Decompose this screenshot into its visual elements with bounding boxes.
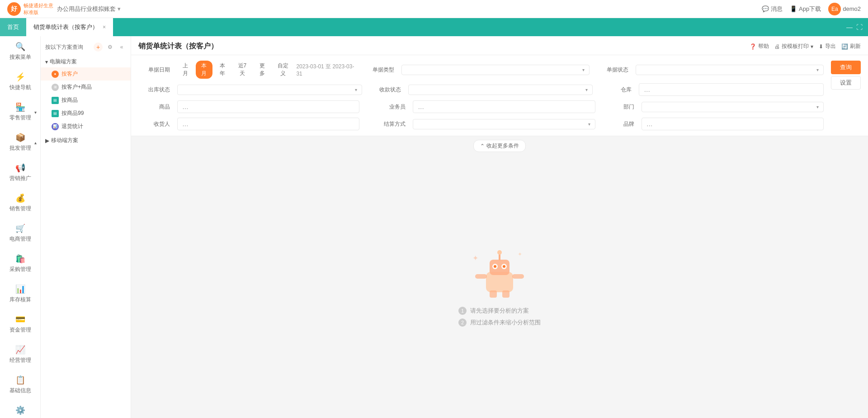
scheme-item-by-product[interactable]: ▤ 按商品 [41, 94, 131, 107]
sidebar-item-search[interactable]: 🔍 搜索菜单 [0, 36, 40, 66]
dept-select[interactable]: ▾ [642, 102, 824, 112]
dropdown-arrow-icon[interactable]: ▾ [118, 5, 121, 12]
scheme-item-icon-cp: ⊞ [52, 84, 59, 91]
sidebar-item-marketing[interactable]: 📢 营销推广 [0, 157, 40, 188]
scheme-item-icon-product: ▤ [52, 97, 59, 104]
sidebar-item-wholesale[interactable]: 📦 批发管理 ▴ [0, 127, 40, 157]
empty-hint-2: 2 用过滤条件来缩小分析范围 [458, 318, 541, 327]
scheme-item-by-customer[interactable]: ● 按客户 [41, 67, 131, 81]
date-btn-7days[interactable]: 近7天 [233, 61, 252, 79]
sidebar-item-label: 零售管理 [9, 114, 31, 122]
svg-rect-11 [502, 290, 509, 298]
product-select[interactable]: … [177, 100, 359, 113]
scheme-item-by-product-99[interactable]: ▤ 按商品99 [41, 107, 131, 120]
print-icon: 🖨 [774, 43, 780, 50]
sidebar-item-sales[interactable]: 💰 销售管理 [0, 188, 40, 218]
svg-point-4 [494, 265, 496, 268]
minimize-icon[interactable]: — [846, 24, 853, 31]
filter-area: 单据日期 上月 本月 本年 近7天 更多 自定义 20 [131, 55, 868, 136]
sidebar-item-basic[interactable]: 📋 基础信息 [0, 370, 40, 400]
scheme-group-arrow-mobile: ▶ [45, 138, 49, 144]
sidebar-item-quick-nav[interactable]: ⚡ 快捷导航 [0, 66, 40, 97]
sidebar-item-retail[interactable]: 🏪 零售管理 ▾ [0, 97, 40, 127]
main-layout: 🔍 搜索菜单 ⚡ 快捷导航 🏪 零售管理 ▾ 📦 批发管理 ▴ 📢 营销推广 💰… [0, 36, 868, 418]
user-profile[interactable]: Ea demo2 [828, 3, 861, 15]
sidebar-item-system[interactable]: ⚙️ 系统管理 [0, 400, 40, 418]
content-area: 按以下方案查询 + ⚙ « ▾ 电脑端方案 ● 按客户 ⊞ 按客户 [41, 36, 868, 418]
scheme-collapse-icon[interactable]: « [117, 43, 126, 52]
sales-icon: 💰 [15, 193, 25, 203]
scheme-add-icon[interactable]: + [94, 43, 103, 52]
help-btn[interactable]: ❓ 帮助 [750, 43, 769, 50]
tabbar: 首页 销货单统计表（按客户） × — ⛶ [0, 18, 868, 36]
collapse-bar: ⌃ 收起更多条件 [131, 136, 868, 156]
message-icon: 💬 [762, 5, 769, 12]
chevron-down-icon: ▾ [355, 87, 357, 92]
print-dropdown-icon: ▾ [811, 43, 813, 50]
out-status-select[interactable]: ▾ [177, 85, 362, 95]
message-btn[interactable]: 💬 消息 [762, 5, 783, 13]
filter-row-3: 商品 … 业务员 … 部门 ▾ [138, 100, 824, 113]
page-title: 销货单统计表（按客户） [138, 42, 218, 51]
payment-select[interactable]: ▾ [413, 119, 595, 129]
doc-status-select[interactable]: ▾ [636, 65, 824, 75]
sidebar-item-operation[interactable]: 📈 经营管理 [0, 339, 40, 370]
tab-home[interactable]: 首页 [0, 18, 26, 36]
filter-row-1: 单据日期 上月 本月 本年 近7天 更多 自定义 20 [138, 61, 824, 79]
chevron-down-icon: ▾ [816, 104, 819, 109]
warehouse-select[interactable]: … [639, 83, 824, 96]
date-btn-more[interactable]: 更多 [254, 61, 270, 79]
ecommerce-icon: 🛒 [15, 223, 25, 233]
salesperson-select[interactable]: … [413, 100, 595, 113]
sidebar-item-label: 库存核算 [9, 296, 31, 304]
tab-close-icon[interactable]: × [103, 24, 106, 30]
date-label: 单据日期 [138, 66, 170, 74]
download-icon: 📱 [790, 5, 797, 12]
scheme-pc-group: ▾ 电脑端方案 ● 按客户 ⊞ 按客户+商品 ▤ 按商品 ▤ 按商品99 [41, 56, 131, 133]
scheme-item-by-customer-product[interactable]: ⊞ 按客户+商品 [41, 81, 131, 94]
scheme-group-mobile[interactable]: ▶ 移动端方案 [41, 135, 131, 146]
export-icon: ⬇ [819, 43, 823, 50]
receipt-status-select[interactable]: ▾ [408, 85, 593, 95]
date-btn-this-year[interactable]: 本年 [214, 61, 231, 79]
brand-select[interactable]: … [642, 118, 824, 130]
collapse-up-icon: ⌃ [480, 143, 485, 149]
warehouse-label: 仓库 [600, 86, 632, 94]
inventory-icon: 📊 [15, 284, 25, 294]
basic-icon: 📋 [15, 375, 25, 385]
topbar-title: 办公用品行业模拟账套 ▾ [57, 5, 121, 13]
query-button[interactable]: 查询 [831, 61, 861, 74]
tab-sales-stats[interactable]: 销货单统计表（按客户） × [26, 18, 113, 36]
date-btn-custom[interactable]: 自定义 [272, 61, 293, 79]
maximize-icon[interactable]: ⛶ [856, 24, 863, 31]
sidebar-item-ecommerce[interactable]: 🛒 电商管理 [0, 218, 40, 248]
export-btn[interactable]: ⬇ 导出 [819, 43, 836, 50]
date-range: 2023-03-01 至 2023-03-31 [296, 63, 355, 77]
app-download-btn[interactable]: 📱 App下载 [790, 5, 821, 13]
topbar-left: 好 畅捷通好生意 标准版 办公用品行业模拟账套 ▾ [7, 2, 121, 16]
collapse-button[interactable]: ⌃ 收起更多条件 [473, 140, 526, 152]
scheme-item-return-stats[interactable]: 📊 退货统计 [41, 120, 131, 133]
sidebar-item-purchase[interactable]: 🛍️ 采购管理 [0, 248, 40, 279]
scheme-panel: 按以下方案查询 + ⚙ « ▾ 电脑端方案 ● 按客户 ⊞ 按客户 [41, 36, 131, 418]
wholesale-icon: 📦 [15, 133, 25, 142]
scheme-group-pc[interactable]: ▾ 电脑端方案 [41, 56, 131, 67]
svg-rect-8 [475, 274, 487, 279]
scheme-settings-icon[interactable]: ⚙ [105, 43, 114, 52]
filter-row-2: 出库状态 ▾ 收款状态 ▾ 仓库 [138, 83, 824, 96]
refresh-btn[interactable]: 🔄 刷新 [841, 43, 861, 50]
doc-type-label: 单据类型 [363, 66, 394, 74]
sidebar-item-inventory[interactable]: 📊 库存核算 [0, 279, 40, 309]
avatar: Ea [828, 3, 841, 15]
sidebar-item-finance[interactable]: 💳 资金管理 [0, 309, 40, 339]
product-label: 商品 [138, 103, 170, 111]
consignee-select[interactable]: … [177, 118, 359, 130]
date-btn-this-month[interactable]: 本月 [196, 61, 212, 79]
settings-button[interactable]: 设置 [831, 76, 861, 90]
topbar: 好 畅捷通好生意 标准版 办公用品行业模拟账套 ▾ 💬 消息 📱 App下载 E… [0, 0, 868, 18]
refresh-icon: 🔄 [841, 43, 848, 50]
tab-window-controls: — ⛶ [841, 24, 868, 31]
date-btn-last-month[interactable]: 上月 [177, 61, 194, 79]
template-print-btn[interactable]: 🖨 按模板打印 ▾ [774, 43, 813, 50]
doc-type-select[interactable]: ▾ [401, 65, 590, 75]
